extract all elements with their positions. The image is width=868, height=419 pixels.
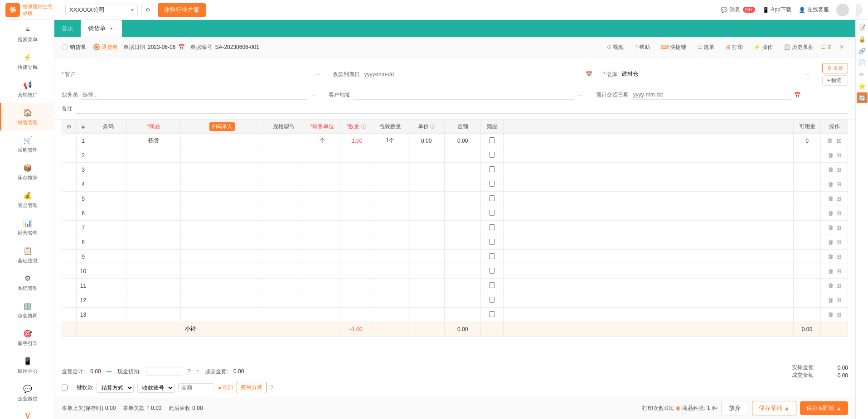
addr-dots-btn[interactable]: ··· — [577, 92, 585, 98]
customer-dots-btn[interactable]: ··· — [314, 71, 322, 77]
payment-account-select[interactable]: 收款账号 — [137, 383, 175, 393]
row-gift[interactable] — [481, 148, 504, 163]
salesperson-dots-btn[interactable]: ··· — [310, 92, 318, 98]
expense-question-icon[interactable]: ? — [270, 385, 273, 391]
sidebar-item-marketing[interactable]: 📢 营销推广 — [0, 75, 54, 103]
copy-icon[interactable]: ⊞ — [835, 151, 843, 159]
close-button[interactable]: × — [835, 41, 848, 53]
delete-icon[interactable]: 🗑 — [826, 281, 835, 290]
remark-input[interactable] — [75, 104, 848, 114]
right-tool-notes[interactable]: 📝 — [857, 22, 868, 33]
sidebar-item-basic-info[interactable]: 📋 基础信息 — [0, 241, 54, 269]
sidebar-item-guide[interactable]: 🎯 新手引导 — [0, 324, 54, 352]
expected-date-calendar-icon[interactable]: 📅 — [794, 92, 801, 98]
trial-button[interactable]: 体验行业方案 — [158, 3, 206, 17]
customer-addr-input[interactable] — [353, 90, 574, 100]
sidebar-item-search-order[interactable]: ≡ 搜索菜单 — [0, 20, 54, 48]
expected-date-input[interactable] — [631, 90, 791, 100]
copy-icon[interactable]: ⊞ — [835, 281, 843, 290]
row-gift[interactable] — [481, 308, 504, 322]
logistics-button[interactable]: + 物流 — [822, 75, 848, 86]
row-spec[interactable] — [263, 134, 304, 148]
delete-icon[interactable]: 🗑 — [826, 238, 835, 246]
row-gift[interactable] — [481, 279, 504, 293]
copy-icon[interactable]: ⊞ — [835, 223, 843, 232]
sidebar-item-finance[interactable]: 💰 资金管理 — [0, 186, 54, 213]
copy-icon[interactable]: ⊞ — [835, 296, 843, 304]
sidebar-item-app-center[interactable]: 📱 应用中心 — [0, 352, 54, 379]
col-header-settings[interactable]: ⚙ — [62, 120, 77, 134]
sidebar-item-enterprise[interactable]: 🏢 企业协同 — [0, 296, 54, 324]
row-qty[interactable]: -1.00 — [340, 134, 372, 148]
copy-icon[interactable]: ⊞ — [835, 209, 843, 217]
delete-icon[interactable]: 🗑 — [826, 180, 835, 188]
tab-close-icon[interactable]: × — [108, 25, 115, 32]
salesperson-input[interactable] — [81, 90, 307, 100]
row-gift[interactable] — [481, 192, 504, 206]
select-btn[interactable]: ☰ 选单 — [693, 43, 718, 52]
right-tool-active[interactable]: 🔄 — [857, 92, 868, 103]
view-list-icon[interactable]: ☰ — [821, 44, 826, 50]
row-gift[interactable] — [481, 221, 504, 235]
copy-icon[interactable]: ⊞ — [835, 180, 843, 188]
right-tool-lock[interactable]: 🔒 — [857, 34, 868, 44]
add-payment-btn[interactable]: ● 添加 — [218, 384, 233, 391]
copy-icon[interactable]: ⊞ — [835, 194, 843, 203]
tab-sales-order[interactable]: 销货单 × — [81, 20, 122, 37]
row-barcode[interactable] — [90, 134, 126, 148]
customer-input[interactable] — [78, 70, 311, 79]
delete-icon[interactable]: 🗑 — [826, 310, 835, 319]
row-price[interactable]: 0.00 — [408, 134, 445, 148]
calendar-icon[interactable]: 📅 — [178, 44, 185, 50]
payment-date-input[interactable] — [363, 70, 583, 79]
copy-icon[interactable]: ⊞ — [835, 136, 843, 145]
row-gift[interactable] — [481, 264, 504, 279]
sidebar-item-quick-nav[interactable]: ⚡ 快捷导航 — [0, 48, 54, 75]
right-tool-edit[interactable]: ✏ — [857, 69, 868, 80]
question-icon[interactable]: ? — [188, 368, 191, 375]
delete-icon[interactable]: 🗑 — [825, 136, 834, 145]
payment-amount-input[interactable] — [178, 383, 214, 392]
row-gift[interactable] — [481, 163, 504, 177]
copy-icon[interactable]: ⊞ — [835, 165, 843, 174]
row-gift[interactable] — [481, 235, 504, 250]
help-btn[interactable]: ? 帮助 — [631, 43, 654, 52]
sidebar-item-purchase[interactable]: 🛒 采购管理 — [0, 130, 54, 158]
row-gift[interactable] — [481, 206, 504, 221]
one-click-checkbox[interactable] — [62, 385, 68, 390]
sidebar-item-wechat[interactable]: 💬 企业微信 — [0, 379, 54, 407]
delete-icon[interactable]: 🗑 — [826, 223, 835, 232]
copy-icon[interactable]: ⊞ — [835, 267, 843, 275]
delete-icon[interactable]: 🗑 — [826, 252, 835, 261]
scan-button[interactable]: 扫码录入 — [209, 122, 235, 131]
expense-btn[interactable]: 费用分摊 — [237, 382, 267, 393]
operation-btn[interactable]: ⚡ 操作 — [750, 43, 776, 52]
avatar[interactable] — [836, 4, 849, 16]
copy-icon[interactable]: ⊞ — [835, 310, 843, 319]
copy-icon[interactable]: ⊞ — [835, 252, 843, 261]
right-tool-doc[interactable]: 📄 — [857, 57, 868, 68]
row-gift[interactable] — [481, 134, 504, 148]
sidebar-item-sales[interactable]: 🏠 销售管理 — [0, 103, 54, 130]
discount-input[interactable] — [146, 367, 182, 376]
history-btn[interactable]: 📋 历史单据 — [780, 43, 817, 52]
save-draft-button[interactable]: 保存草稿 ▲ — [752, 401, 797, 415]
delete-icon[interactable]: 🗑 — [826, 151, 835, 159]
col-header-scan[interactable]: 扫码录入 — [181, 120, 263, 134]
row-gift[interactable] — [481, 250, 504, 264]
delete-icon[interactable]: 🗑 — [826, 267, 835, 275]
settings-icon[interactable]: ⚙ — [141, 4, 154, 16]
sidebar-item-system[interactable]: ⚙ 系统管理 — [0, 269, 54, 296]
online-service-btn[interactable]: 👤 在线客服 — [799, 6, 829, 14]
payment-date-calendar-icon[interactable]: 📅 — [586, 71, 592, 77]
save-new-button[interactable]: 保存&新增 ▲ — [800, 401, 848, 415]
tab-home[interactable]: 首页 — [54, 20, 81, 37]
abandon-button[interactable]: 放弃 — [721, 401, 748, 415]
sales-radio[interactable]: 销货单 — [62, 43, 86, 51]
row-gift[interactable] — [481, 177, 504, 192]
sidebar-item-vip[interactable]: V 畅会员 — [0, 407, 54, 419]
warehouse-dots-btn[interactable]: ··· — [803, 71, 811, 77]
print-btn[interactable]: 🖨 打印 — [722, 43, 747, 52]
delete-icon[interactable]: 🗑 — [826, 194, 835, 203]
view-grid-icon[interactable]: ⊞ — [827, 44, 832, 50]
